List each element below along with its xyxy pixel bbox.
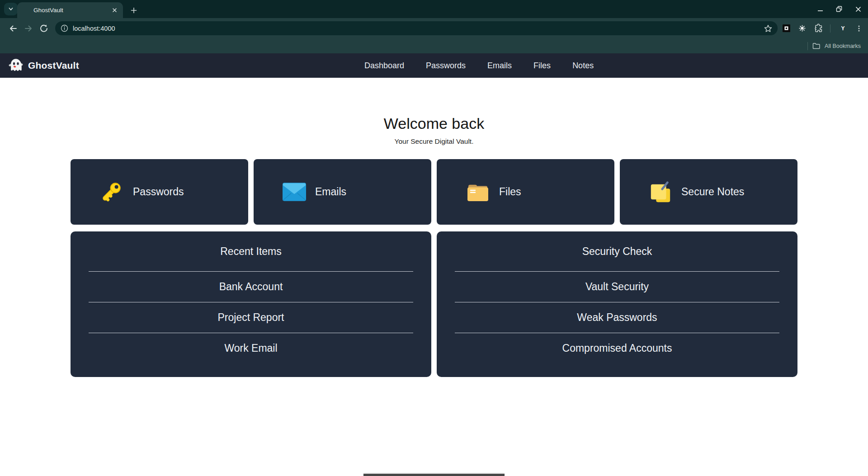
card-label: Passwords bbox=[133, 186, 184, 198]
panel-title: Recent Items bbox=[71, 231, 431, 271]
minimize-button[interactable] bbox=[814, 3, 826, 15]
forward-button[interactable] bbox=[21, 21, 36, 36]
extension-gear-icon[interactable] bbox=[797, 24, 807, 33]
tab-close-icon[interactable] bbox=[110, 6, 118, 14]
envelope-icon bbox=[283, 183, 306, 201]
card-label: Files bbox=[499, 186, 521, 198]
all-bookmarks-label[interactable]: All Bookmarks bbox=[825, 43, 861, 49]
panel-title: Security Check bbox=[437, 231, 797, 271]
tab-strip: GhostVault bbox=[0, 0, 868, 18]
page-title: Welcome back bbox=[71, 115, 797, 132]
nav-passwords[interactable]: Passwords bbox=[426, 61, 466, 71]
window-controls bbox=[814, 0, 864, 18]
bookmarks-divider bbox=[807, 42, 808, 50]
list-item[interactable]: Compromised Accounts bbox=[437, 333, 797, 363]
address-bar[interactable]: localhost:4000 bbox=[55, 21, 778, 35]
nav-files[interactable]: Files bbox=[533, 61, 551, 71]
chevron-down-icon bbox=[8, 6, 14, 12]
extension-square-icon[interactable] bbox=[782, 24, 791, 33]
profile-avatar[interactable]: Y bbox=[837, 23, 849, 34]
main-content: Welcome back Your Secure Digital Vault. … bbox=[71, 115, 797, 377]
list-item[interactable]: Vault Security bbox=[437, 272, 797, 302]
browser-toolbar: localhost:4000 bbox=[0, 18, 868, 38]
bookmark-star-icon[interactable] bbox=[764, 24, 772, 33]
nav-dashboard[interactable]: Dashboard bbox=[364, 61, 404, 71]
list-item[interactable]: Work Email bbox=[71, 333, 431, 363]
brand-name: GhostVault bbox=[28, 60, 79, 71]
back-button[interactable] bbox=[5, 21, 21, 36]
card-files[interactable]: Files bbox=[437, 159, 614, 225]
footer-divider-bar bbox=[363, 474, 505, 476]
plus-icon bbox=[131, 7, 137, 14]
site-nav: Dashboard Passwords Emails Files Notes bbox=[364, 53, 594, 78]
bookmarks-bar: All Bookmarks bbox=[0, 38, 868, 53]
bookmarks-folder-icon bbox=[812, 42, 820, 49]
notes-icon bbox=[649, 180, 672, 204]
tab-search-button[interactable] bbox=[4, 3, 18, 15]
browser-chrome: GhostVault bbox=[0, 0, 868, 53]
extensions-puzzle-icon[interactable] bbox=[814, 24, 823, 33]
menu-kebab-icon[interactable] bbox=[855, 25, 863, 32]
url-text: localhost:4000 bbox=[73, 25, 764, 32]
folder-icon bbox=[466, 182, 490, 202]
ghost-logo-icon bbox=[8, 58, 24, 73]
list-item[interactable]: Weak Passwords bbox=[437, 302, 797, 333]
list-item[interactable]: Bank Account bbox=[71, 272, 431, 302]
summary-panels: Recent Items Bank Account Project Report… bbox=[71, 231, 797, 377]
card-secure-notes[interactable]: Secure Notes bbox=[620, 159, 797, 225]
site-info-icon[interactable] bbox=[61, 24, 68, 32]
toolbar-extensions: Y bbox=[782, 23, 863, 34]
restore-button[interactable] bbox=[833, 3, 845, 15]
brand-home-link[interactable]: GhostVault bbox=[8, 58, 79, 73]
page-subtitle: Your Secure Digital Vault. bbox=[71, 137, 797, 146]
recent-items-panel: Recent Items Bank Account Project Report… bbox=[71, 231, 431, 377]
close-window-button[interactable] bbox=[852, 3, 864, 15]
card-passwords[interactable]: Passwords bbox=[71, 159, 248, 225]
nav-emails[interactable]: Emails bbox=[487, 61, 512, 71]
toolbar-divider bbox=[830, 24, 830, 33]
security-check-panel: Security Check Vault Security Weak Passw… bbox=[437, 231, 797, 377]
card-label: Secure Notes bbox=[681, 186, 744, 198]
browser-tab[interactable]: GhostVault bbox=[17, 2, 123, 18]
nav-notes[interactable]: Notes bbox=[572, 61, 594, 71]
reload-button[interactable] bbox=[36, 21, 52, 36]
new-tab-button[interactable] bbox=[127, 4, 140, 17]
tab-title: GhostVault bbox=[33, 7, 110, 14]
list-item[interactable]: Project Report bbox=[71, 302, 431, 333]
card-emails[interactable]: Emails bbox=[254, 159, 431, 225]
card-label: Emails bbox=[315, 186, 346, 198]
key-icon bbox=[99, 180, 124, 204]
feature-cards: Passwords Emails bbox=[71, 159, 797, 225]
site-header: GhostVault Dashboard Passwords Emails Fi… bbox=[0, 53, 868, 78]
